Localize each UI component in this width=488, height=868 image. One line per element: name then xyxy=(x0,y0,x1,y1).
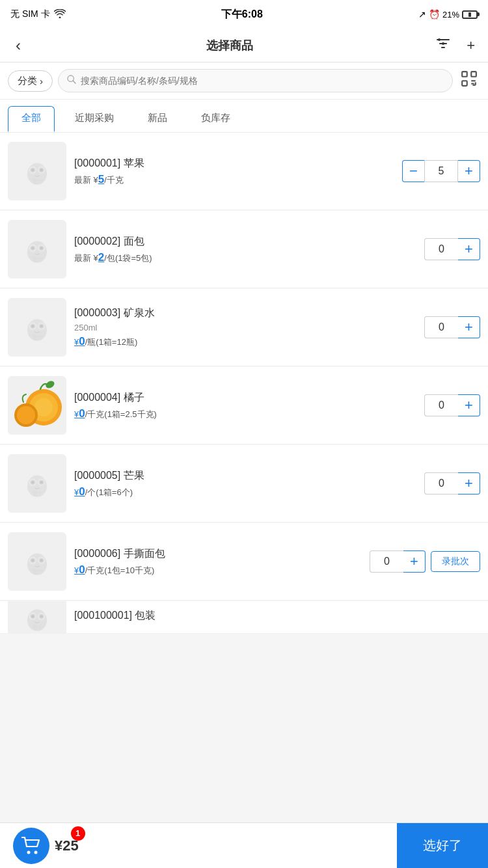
tab-negative[interactable]: 负库存 xyxy=(187,106,244,132)
product-info: [0000004] 橘子 ¥0/千克(1箱=2.5千克) xyxy=(74,391,419,420)
list-item: 智十 [0000002] 面包 最新 ¥2/包(1袋=5包) + xyxy=(0,211,488,288)
svg-point-4 xyxy=(442,42,444,45)
qty-plus-button[interactable]: + xyxy=(458,160,480,182)
status-time: 下午6:08 xyxy=(221,8,263,21)
svg-rect-7 xyxy=(462,72,467,77)
svg-point-19 xyxy=(32,169,34,171)
svg-point-57 xyxy=(32,560,34,562)
list-item: [0000004] 橘子 ¥0/千克(1箱=2.5千克) + xyxy=(0,367,488,444)
filter-row: 分类 › xyxy=(0,62,488,100)
filter-icon[interactable] xyxy=(433,33,454,58)
product-thumbnail xyxy=(8,376,66,435)
product-info: [000100001] 包装 xyxy=(74,609,480,625)
product-price: ¥0/个(1箱=6个) xyxy=(74,485,419,498)
product-price: 最新 ¥5/千克 xyxy=(74,173,397,186)
product-name: [0000002] 面包 xyxy=(74,235,419,249)
list-item: 智十 [0000006] 手撕面包 ¥0/千克(1包=10千克) + 录批次 xyxy=(0,523,488,601)
tab-recent[interactable]: 近期采购 xyxy=(61,106,128,132)
qty-plus-button[interactable]: + xyxy=(458,238,480,260)
list-item: 智十 [0000003] 矿泉水 250ml ¥0/瓶(1箱=12瓶) + xyxy=(0,289,488,366)
nav-bar: ‹ 选择商品 + xyxy=(0,29,488,62)
scan-icon[interactable] xyxy=(458,69,480,92)
qty-input[interactable] xyxy=(424,472,458,495)
svg-point-69 xyxy=(34,850,38,854)
qty-control: + xyxy=(424,238,480,260)
svg-point-35 xyxy=(32,325,34,327)
svg-point-65 xyxy=(32,615,34,617)
svg-point-42 xyxy=(17,406,35,424)
battery-percent: 21% xyxy=(442,10,459,20)
location-icon: ↗ xyxy=(418,9,426,20)
svg-point-20 xyxy=(40,169,42,171)
bottom-bar: 1 ¥25 选好了 xyxy=(0,822,488,868)
batch-button[interactable]: 录批次 xyxy=(431,551,480,572)
qty-input[interactable] xyxy=(370,550,403,573)
qty-input[interactable] xyxy=(424,160,458,182)
qty-input[interactable] xyxy=(424,394,458,416)
svg-point-68 xyxy=(27,850,31,854)
tab-row: 全部近期采购新品负库存 xyxy=(0,100,488,133)
qty-plus-button[interactable]: + xyxy=(403,550,426,573)
cart-circle xyxy=(13,828,49,864)
list-item: 智十 [0000005] 芒果 ¥0/个(1箱=6个) + xyxy=(0,445,488,522)
qty-control: + xyxy=(370,550,426,573)
product-price: ¥0/瓶(1箱=12瓶) xyxy=(74,335,419,348)
svg-rect-8 xyxy=(471,72,476,77)
svg-point-66 xyxy=(40,615,42,617)
product-info: [0000003] 矿泉水 250ml ¥0/瓶(1箱=12瓶) xyxy=(74,306,419,348)
category-button[interactable]: 分类 › xyxy=(8,70,53,92)
svg-point-27 xyxy=(32,247,34,249)
carrier-label: 无 SIM 卡 xyxy=(10,8,50,20)
wifi-icon xyxy=(54,9,66,20)
product-name: [0000001] 苹果 xyxy=(74,157,397,170)
qty-plus-button[interactable]: + xyxy=(458,472,480,495)
product-thumbnail: 智十 xyxy=(8,220,66,278)
back-button[interactable]: ‹ xyxy=(10,31,26,60)
cart-badge: 1 xyxy=(71,826,85,841)
add-icon[interactable]: + xyxy=(464,34,478,57)
qty-input[interactable] xyxy=(424,316,458,338)
qty-control: + xyxy=(424,472,480,495)
page-title: 选择商品 xyxy=(206,38,253,53)
svg-text:智十: 智十 xyxy=(33,178,43,184)
cart-area[interactable]: 1 ¥25 xyxy=(0,828,92,864)
product-name: [000100001] 包装 xyxy=(74,609,480,623)
svg-rect-9 xyxy=(462,81,467,86)
product-thumbnail: 智十 xyxy=(8,142,66,200)
tab-all[interactable]: 全部 xyxy=(8,106,55,132)
product-price: 最新 ¥2/包(1袋=5包) xyxy=(74,251,419,264)
svg-point-28 xyxy=(40,247,42,249)
product-info: [0000002] 面包 最新 ¥2/包(1袋=5包) xyxy=(74,235,419,264)
list-item: 智十 [000100001] 包装 xyxy=(0,601,488,634)
qty-minus-button[interactable]: − xyxy=(402,160,424,182)
product-price: ¥0/千克(1箱=2.5千克) xyxy=(74,407,419,420)
confirm-button[interactable]: 选好了 xyxy=(397,823,488,869)
product-price: ¥0/千克(1包=10千克) xyxy=(74,563,364,576)
product-thumbnail: 智十 xyxy=(8,532,66,591)
category-label: 分类 xyxy=(18,75,37,87)
search-input[interactable] xyxy=(81,75,444,86)
svg-point-49 xyxy=(32,481,34,483)
product-list: 智十 [0000001] 苹果 最新 ¥5/千克 − + xyxy=(0,133,488,634)
product-thumbnail: 智十 xyxy=(8,601,66,634)
qty-plus-button[interactable]: + xyxy=(458,394,480,416)
product-info: [0000006] 手撕面包 ¥0/千克(1包=10千克) xyxy=(74,547,364,576)
svg-point-50 xyxy=(40,481,42,483)
product-name: [0000005] 芒果 xyxy=(74,469,419,483)
nav-actions: + xyxy=(433,33,478,58)
svg-text:智十: 智十 xyxy=(33,569,43,575)
battery-icon xyxy=(462,10,478,19)
svg-point-3 xyxy=(438,38,441,41)
product-name: [0000006] 手撕面包 xyxy=(74,547,364,561)
qty-control: + xyxy=(424,394,480,416)
search-box xyxy=(58,69,453,92)
qty-plus-button[interactable]: + xyxy=(458,316,480,338)
qty-input[interactable] xyxy=(424,238,458,260)
tab-new[interactable]: 新品 xyxy=(134,106,181,132)
search-icon xyxy=(66,74,77,87)
svg-point-58 xyxy=(40,560,42,562)
product-name: [0000003] 矿泉水 xyxy=(74,306,419,320)
svg-point-43 xyxy=(44,379,55,390)
svg-text:智十: 智十 xyxy=(33,625,43,631)
svg-text:智十: 智十 xyxy=(33,334,43,340)
